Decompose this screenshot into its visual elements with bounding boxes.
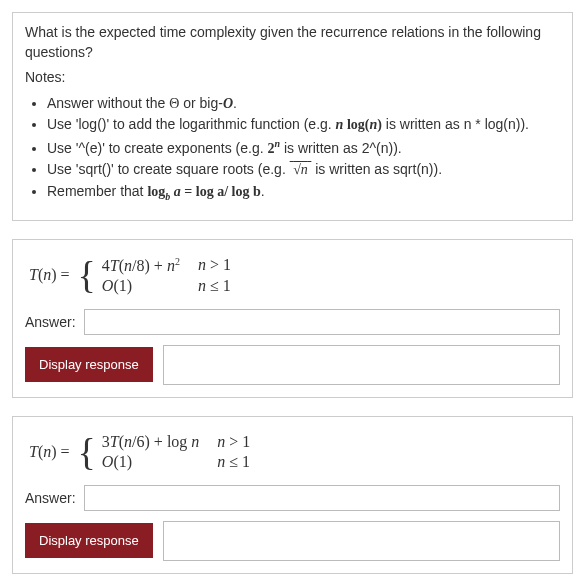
case2-cond: n ≤ 1 (198, 277, 231, 295)
question-block-2: T(n) = { 3T(n/6) + log n n > 1 O(1) n ≤ … (12, 416, 573, 574)
answer-label: Answer: (25, 314, 76, 330)
recurrence-equation-2: T(n) = { 3T(n/6) + log n n > 1 O(1) n ≤ … (29, 433, 560, 471)
note-item-1: Answer without the Θ or big-O. (47, 94, 560, 114)
text: Use 'sqrt()' to create square roots (e.g… (47, 161, 290, 177)
answer-label: Answer: (25, 490, 76, 506)
math: log a/ log b (196, 184, 261, 199)
case1-cond: n > 1 (217, 433, 250, 451)
case2-expr: O(1) (102, 277, 180, 295)
question-prompt: What is the expected time complexity giv… (25, 23, 560, 62)
note-item-3: Use '^(e)' to create exponents (e.g. 2n … (47, 137, 560, 158)
case1-cond: n > 1 (198, 256, 231, 275)
note-item-5: Remember that logb a = log a/ log b. (47, 182, 560, 204)
notes-list: Answer without the Θ or big-O. Use 'log(… (25, 94, 560, 204)
text: is written as 2^(n)). (280, 140, 402, 156)
text: . (261, 183, 265, 199)
case1-expr: 3T(n/6) + log n (102, 433, 199, 451)
answer-input-2[interactable] (84, 485, 560, 511)
response-box-1 (163, 345, 560, 385)
text: Remember that (47, 183, 147, 199)
math: a (170, 184, 181, 199)
display-response-button-1[interactable]: Display response (25, 347, 153, 382)
recurrence-equation-1: T(n) = { 4T(n/8) + n2 n > 1 O(1) n ≤ 1 (29, 256, 560, 295)
text: is written as n * log(n)). (382, 116, 529, 132)
text: Use 'log()' to add the logarithmic funct… (47, 116, 336, 132)
case1-expr: 4T(n/8) + n2 (102, 256, 180, 275)
math: √n (290, 162, 312, 177)
answer-input-1[interactable] (84, 309, 560, 335)
note-item-4: Use 'sqrt()' to create square roots (e.g… (47, 160, 560, 180)
text: Answer without the (47, 95, 169, 111)
math: ) = (51, 266, 69, 283)
brace-icon: { (78, 259, 96, 291)
note-item-2: Use 'log()' to add the logarithmic funct… (47, 115, 560, 135)
brace-icon: { (78, 436, 96, 468)
display-response-button-2[interactable]: Display response (25, 523, 153, 558)
math: T (29, 443, 38, 460)
math: ) = (51, 443, 69, 460)
theta-symbol: Θ (169, 96, 179, 111)
answer-row-1: Answer: (25, 309, 560, 335)
math: log( (343, 117, 369, 132)
answer-row-2: Answer: (25, 485, 560, 511)
text: Use '^(e)' to create exponents (e.g. (47, 140, 267, 156)
text: . (233, 95, 237, 111)
response-box-2 (163, 521, 560, 561)
case2-cond: n ≤ 1 (217, 453, 250, 471)
instructions-panel: What is the expected time complexity giv… (12, 12, 573, 221)
question-block-1: T(n) = { 4T(n/8) + n2 n > 1 O(1) n ≤ 1 A… (12, 239, 573, 398)
big-o-symbol: O (223, 96, 233, 111)
math: = (181, 184, 196, 199)
math: T (29, 266, 38, 283)
case2-expr: O(1) (102, 453, 199, 471)
notes-label: Notes: (25, 68, 560, 88)
text: or big- (179, 95, 223, 111)
math: log (147, 184, 165, 199)
text: is written as sqrt(n)). (311, 161, 442, 177)
